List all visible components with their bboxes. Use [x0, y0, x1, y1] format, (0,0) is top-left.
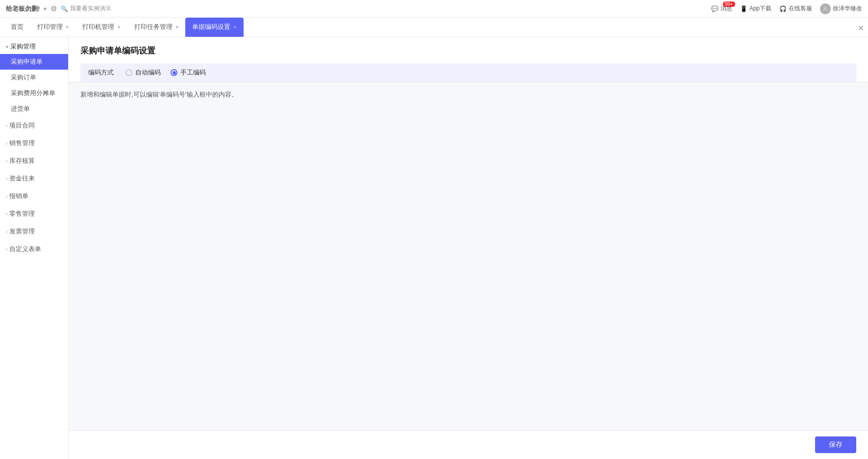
sidebar-group-retail-label: 零售管理 — [9, 209, 35, 218]
chevron-right-icon: › — [6, 123, 7, 128]
tab-printer-manage-close[interactable]: × — [117, 24, 120, 30]
sidebar-item-stock-in-label: 进货单 — [11, 105, 30, 112]
top-bar-right: 💬 消息 99+ 📱 App下载 🎧 在线客服 人 徐泽华修改 — [711, 3, 862, 14]
page-title: 采购申请单编码设置 — [80, 45, 856, 56]
tab-printer-manage[interactable]: 打印机管理 × — [75, 18, 127, 37]
message-button[interactable]: 💬 消息 99+ — [711, 4, 732, 13]
tab-barcode-setting-label: 单据编码设置 — [192, 23, 230, 31]
sidebar-group-custom-form[interactable]: › 自定义表单 — [0, 240, 68, 258]
sidebar-group-fund-label: 资金往来 — [9, 174, 35, 183]
sidebar-group-retail[interactable]: › 零售管理 — [0, 205, 68, 223]
sidebar-item-purchase-expense[interactable]: 采购费用分摊单 — [0, 85, 68, 101]
sidebar-group-invoice-label: 发票管理 — [9, 227, 35, 236]
brand-label[interactable]: 给老板勿删! — [6, 4, 40, 13]
sidebar-item-stock-in[interactable]: 进货单 — [0, 101, 68, 117]
chevron-right-icon: › — [6, 141, 7, 146]
content-header: 采购申请单编码设置 编码方式 自动编码 手工编码 — [69, 37, 868, 82]
sidebar-group-sales-label: 销售管理 — [9, 139, 35, 148]
radio-auto-encode[interactable]: 自动编码 — [125, 68, 161, 77]
message-badge: 99+ — [723, 1, 735, 7]
tab-barcode-setting[interactable]: 单据编码设置 × — [185, 18, 243, 37]
sidebar: ▾ 采购管理 采购申请单 采购订单 采购费用分摊单 进货单 › 项目合同 › 销… — [0, 37, 69, 459]
radio-manual-label: 手工编码 — [180, 68, 206, 77]
tab-barcode-setting-close[interactable]: × — [233, 24, 236, 30]
settings-icon[interactable]: ⚙ — [50, 4, 57, 13]
radio-auto-label: 自动编码 — [135, 68, 161, 77]
chevron-down-icon: ▾ — [6, 44, 8, 50]
chevron-right-icon: › — [6, 247, 7, 252]
radio-auto-circle — [125, 69, 132, 76]
radio-manual-circle — [171, 69, 177, 76]
search-bar[interactable]: 🔍 我要看实例演示 — [61, 4, 111, 13]
user-profile-button[interactable]: 人 徐泽华修改 — [820, 3, 862, 14]
sidebar-group-inventory-label: 库存核算 — [9, 156, 35, 165]
tab-bar-close-icon[interactable]: ✕ — [858, 24, 864, 37]
tab-printer-manage-label: 打印机管理 — [82, 23, 114, 31]
avatar: 人 — [820, 3, 831, 14]
sidebar-item-purchase-expense-label: 采购费用分摊单 — [11, 89, 55, 97]
brand-chevron-icon[interactable]: ▾ — [44, 5, 47, 12]
encoding-method-label: 编码方式 — [88, 68, 114, 77]
chevron-right-icon: › — [6, 194, 7, 199]
tab-print-manage[interactable]: 打印管理 × — [30, 18, 75, 37]
top-bar-left: 给老板勿删! ▾ ⚙ 🔍 我要看实例演示 — [6, 4, 111, 13]
search-icon: 🔍 — [61, 5, 68, 12]
chevron-right-icon: › — [6, 229, 7, 234]
content-footer: 保存 — [69, 430, 868, 459]
sidebar-group-purchase[interactable]: ▾ 采购管理 — [0, 37, 68, 54]
sidebar-group-purchase-label: 采购管理 — [10, 42, 36, 51]
app-download-button[interactable]: 📱 App下载 — [740, 4, 771, 13]
tab-print-task-close[interactable]: × — [175, 24, 178, 30]
radio-group-encoding: 自动编码 手工编码 — [125, 68, 206, 77]
chevron-right-icon: › — [6, 176, 7, 181]
sidebar-item-purchase-request-label: 采购申请单 — [11, 58, 43, 65]
sidebar-group-invoice[interactable]: › 发票管理 — [0, 223, 68, 240]
sidebar-item-purchase-request[interactable]: 采购申请单 — [0, 54, 68, 70]
content-area: 采购申请单编码设置 编码方式 自动编码 手工编码 新增和编辑单据时,可以编辑'单… — [69, 37, 868, 459]
sidebar-group-custom-form-label: 自定义表单 — [9, 245, 41, 254]
tab-print-task-label: 打印任务管理 — [134, 23, 173, 31]
radio-manual-encode[interactable]: 手工编码 — [171, 68, 206, 77]
message-icon: 💬 — [711, 5, 719, 12]
tab-home-label: 首页 — [11, 23, 24, 31]
sidebar-item-purchase-order-label: 采购订单 — [11, 74, 36, 81]
chevron-right-icon: › — [6, 158, 7, 164]
save-button[interactable]: 保存 — [815, 436, 856, 453]
sidebar-group-returns[interactable]: › 报销单 — [0, 187, 68, 205]
online-service-label: 在线客服 — [789, 4, 812, 13]
headset-icon: 🎧 — [779, 5, 787, 12]
sidebar-item-purchase-order[interactable]: 采购订单 — [0, 70, 68, 85]
sidebar-group-inventory[interactable]: › 库存核算 — [0, 152, 68, 170]
top-bar: 给老板勿删! ▾ ⚙ 🔍 我要看实例演示 💬 消息 99+ 📱 App下载 🎧 … — [0, 0, 868, 18]
chevron-right-icon: › — [6, 211, 7, 217]
sidebar-group-sales[interactable]: › 销售管理 — [0, 134, 68, 152]
content-body: 新增和编辑单据时,可以编辑'单编码号'输入框中的内容。 — [69, 82, 868, 430]
app-download-icon: 📱 — [740, 5, 747, 12]
online-service-button[interactable]: 🎧 在线客服 — [779, 4, 812, 13]
tab-print-task[interactable]: 打印任务管理 × — [127, 18, 185, 37]
app-download-label: App下载 — [749, 4, 771, 13]
tab-home[interactable]: 首页 — [4, 18, 30, 37]
sidebar-group-fund[interactable]: › 资金往来 — [0, 170, 68, 187]
search-text[interactable]: 我要看实例演示 — [70, 4, 111, 13]
hint-text: 新增和编辑单据时,可以编辑'单编码号'输入框中的内容。 — [80, 90, 856, 99]
sidebar-group-project-label: 项目合同 — [9, 121, 35, 130]
tab-bar: 首页 打印管理 × 打印机管理 × 打印任务管理 × 单据编码设置 × ✕ — [0, 18, 868, 37]
tab-print-manage-label: 打印管理 — [37, 23, 63, 31]
encoding-method-row: 编码方式 自动编码 手工编码 — [80, 63, 856, 82]
main-layout: ▾ 采购管理 采购申请单 采购订单 采购费用分摊单 进货单 › 项目合同 › 销… — [0, 37, 868, 459]
sidebar-group-project[interactable]: › 项目合同 — [0, 117, 68, 134]
user-name: 徐泽华修改 — [833, 4, 862, 13]
sidebar-group-returns-label: 报销单 — [9, 192, 28, 201]
tab-print-manage-close[interactable]: × — [66, 24, 69, 30]
